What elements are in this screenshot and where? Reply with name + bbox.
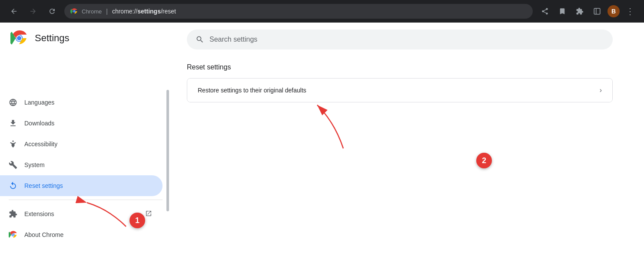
settings-title-area: Settings: [0, 23, 169, 54]
search-input[interactable]: [209, 36, 604, 43]
search-icon: [196, 35, 204, 44]
chrome-logo: [10, 30, 28, 47]
menu-button[interactable]: ⋮: [623, 4, 637, 18]
chrome-site-icon: [70, 7, 78, 15]
forward-button[interactable]: [26, 4, 40, 18]
sidebar-scroll-thumb: [166, 90, 169, 211]
sidebar-item-label-languages: Languages: [24, 99, 152, 106]
sidebar-divider: [9, 200, 163, 200]
sidebar-item-label-reset-settings: Reset settings: [24, 182, 152, 189]
reset-section-title: Reset settings: [187, 63, 627, 71]
address-bar[interactable]: Chrome | chrome://settings/reset: [64, 4, 533, 19]
sidebar-scrollbar[interactable]: [166, 90, 169, 279]
globe-icon: [9, 98, 17, 107]
svg-point-0: [73, 10, 76, 13]
sidebar-item-about-chrome[interactable]: About Chrome: [0, 224, 163, 245]
url-site-label: Chrome: [82, 8, 102, 15]
sidebar-item-label-about-chrome: About Chrome: [24, 231, 152, 238]
browser-bar: Chrome | chrome://settings/reset B ⋮: [0, 0, 644, 23]
puzzle-icon: [9, 210, 17, 218]
annotation-circle-2: 2: [476, 153, 492, 168]
sidebar-item-downloads[interactable]: Downloads: [0, 113, 163, 134]
svg-point-9: [12, 234, 14, 236]
wrench-icon: [9, 161, 17, 169]
profile-button[interactable]: B: [607, 5, 620, 17]
sidebar-toggle-button[interactable]: [590, 4, 604, 18]
sidebar-item-label-accessibility: Accessibility: [24, 141, 152, 148]
sidebar-nav: Languages Downloads Accessibility: [0, 57, 169, 252]
back-button[interactable]: [7, 4, 21, 18]
sidebar-item-extensions[interactable]: Extensions: [0, 204, 163, 224]
restore-defaults-arrow: ›: [600, 86, 602, 94]
accessibility-icon: [9, 140, 17, 148]
sidebar-item-label-downloads: Downloads: [24, 120, 152, 127]
reset-icon: [9, 181, 17, 190]
sidebar-item-reset-settings[interactable]: Reset settings: [0, 175, 163, 196]
search-container: [187, 23, 627, 49]
svg-point-5: [17, 36, 21, 40]
search-bar: [187, 30, 613, 49]
restore-defaults-label: Restore settings to their original defau…: [198, 87, 306, 94]
reset-card: Restore settings to their original defau…: [187, 78, 613, 102]
download-icon: [9, 119, 17, 128]
share-button[interactable]: [538, 4, 552, 18]
svg-point-6: [12, 141, 13, 142]
reload-button[interactable]: [45, 4, 59, 18]
url-text: chrome://settings/reset: [112, 8, 176, 15]
external-link-icon: [145, 210, 152, 218]
sidebar-item-label-extensions: Extensions: [24, 210, 138, 217]
settings-page: Settings Languages Downloads: [0, 23, 644, 279]
bookmark-button[interactable]: [555, 4, 569, 18]
sidebar-item-accessibility[interactable]: Accessibility: [0, 134, 163, 154]
extensions-button[interactable]: [573, 4, 587, 18]
chrome-icon: [9, 230, 17, 239]
sidebar-item-languages[interactable]: Languages: [0, 92, 163, 113]
sidebar-item-label-system: System: [24, 161, 152, 168]
main-content: Reset settings Restore settings to their…: [169, 23, 644, 279]
svg-rect-1: [594, 8, 600, 14]
browser-actions: B ⋮: [538, 4, 637, 18]
reset-section: Reset settings Restore settings to their…: [187, 49, 627, 111]
settings-title: Settings: [35, 33, 70, 44]
sidebar: Languages Downloads Accessibility: [0, 23, 169, 279]
restore-defaults-option[interactable]: Restore settings to their original defau…: [187, 79, 612, 102]
sidebar-item-system[interactable]: System: [0, 154, 163, 175]
